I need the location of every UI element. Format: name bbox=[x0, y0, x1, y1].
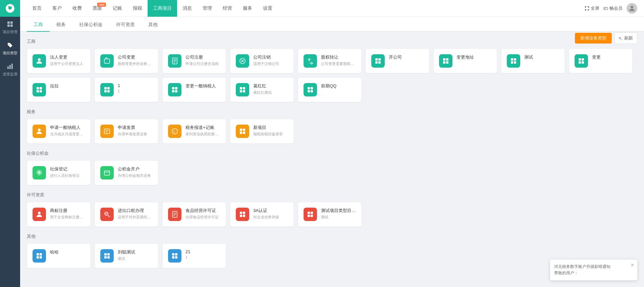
new-type-button[interactable]: 新增业务类型 bbox=[575, 33, 612, 44]
svg-rect-90 bbox=[172, 253, 174, 256]
nav-tax[interactable]: 报税 bbox=[127, 0, 148, 17]
nav-message[interactable]: 消息 bbox=[177, 0, 197, 17]
nav-home[interactable]: 首页 bbox=[27, 0, 47, 17]
card-liu-cong[interactable]: 刘聪测试 测试 bbox=[95, 243, 158, 268]
nav-operations[interactable]: 经营 bbox=[217, 0, 237, 17]
sidebar-item-project-type[interactable]: 项目类型 bbox=[0, 38, 20, 59]
svg-rect-0 bbox=[7, 21, 10, 24]
tab-industry[interactable]: 工商 bbox=[27, 18, 50, 32]
nav-industry[interactable]: 工商项目 bbox=[148, 0, 177, 17]
card-one[interactable]: 1 1 bbox=[95, 77, 158, 102]
new-badge: new bbox=[97, 3, 106, 7]
license-section: 许可资质 商标注册 用于企业商标注册服务 bbox=[27, 192, 637, 227]
svg-point-65 bbox=[38, 171, 40, 173]
card-haha[interactable]: 哈哈 bbox=[27, 243, 91, 268]
svg-rect-25 bbox=[443, 61, 445, 64]
chart-icon bbox=[6, 62, 14, 70]
svg-rect-29 bbox=[511, 61, 513, 64]
card-legal-change[interactable]: 法人变更 适用于公司变更法人 bbox=[27, 49, 91, 73]
main-wrapper: 首页 客户 收费 票据 new 记账 报税 工商项目 消息 管理 经营 服务 设… bbox=[20, 0, 644, 287]
card-apply-invoice[interactable]: 申请发票 办理申请发票业务 bbox=[95, 119, 158, 144]
card-new-project[interactable]: 新项目 报税加税控盘保管 bbox=[230, 119, 294, 144]
card-test-type[interactable]: 测试项目类型目定义 测试 bbox=[298, 202, 362, 227]
card-desc: 对企业信誉评级 bbox=[253, 215, 288, 220]
card-desc: 用于企业商标注册服务 bbox=[50, 215, 85, 220]
card-3a-cert[interactable]: 3A认证 对企业信誉评级 bbox=[230, 202, 294, 227]
svg-point-69 bbox=[105, 212, 108, 215]
sidebar-item-progress[interactable]: 进度监测 bbox=[0, 59, 20, 80]
card-company-reg[interactable]: 公司注册 申请公司注册全流程 bbox=[162, 49, 226, 73]
license-section-title: 许可资质 bbox=[27, 192, 637, 198]
tab-license[interactable]: 许可资质 bbox=[109, 18, 142, 32]
card-title: 公司注册 bbox=[185, 54, 220, 60]
card-icon bbox=[304, 83, 317, 96]
card-fund-account[interactable]: 公积金开户 办理公积金相关业务 bbox=[95, 160, 158, 185]
card-icon bbox=[33, 249, 46, 263]
nav-settings[interactable]: 设置 bbox=[258, 0, 278, 17]
nav-service[interactable]: 服务 bbox=[237, 0, 258, 17]
card-change2[interactable]: 变更 bbox=[569, 49, 633, 73]
other-section: 其他 哈哈 bbox=[27, 233, 637, 268]
refresh-button[interactable]: 刷新 bbox=[614, 32, 637, 44]
card-icon: ¥ bbox=[168, 125, 181, 138]
user-avatar[interactable] bbox=[627, 3, 637, 14]
svg-rect-33 bbox=[579, 61, 581, 64]
card-title: 3A认证 bbox=[253, 208, 288, 214]
svg-rect-32 bbox=[582, 58, 584, 61]
card-social-reg[interactable]: 社保登记 进行人员社保登记 bbox=[27, 160, 91, 185]
svg-rect-42 bbox=[107, 90, 110, 92]
svg-rect-63 bbox=[240, 132, 242, 134]
card-pre-qq[interactable]: 前期QQ bbox=[298, 77, 362, 102]
card-ge-hong-hong[interactable]: 葛红红 葛红红测试 bbox=[230, 77, 294, 102]
card-icon bbox=[100, 249, 114, 263]
svg-rect-66 bbox=[104, 171, 110, 175]
card-tax-report-accounting[interactable]: ¥ 税务报道+记账 拿到营业执照的新公司 bbox=[162, 119, 226, 144]
svg-rect-8 bbox=[604, 8, 606, 9]
card-apply-general-tax[interactable]: 申请一般纳税人 当月或次月成变更完成 bbox=[27, 119, 91, 144]
member-button[interactable]: 畅会员 bbox=[603, 5, 623, 11]
card-change-tax[interactable]: 变更一般纳税人 bbox=[162, 77, 226, 102]
tab-social[interactable]: 社保公积金 bbox=[72, 18, 109, 32]
card-equity-transfer[interactable]: 股权转让 公司变更需要股权转让 bbox=[298, 49, 362, 73]
social-section: 社保公积金 社保登记 进行人员社保登记 bbox=[27, 150, 637, 185]
svg-rect-40 bbox=[107, 87, 110, 89]
svg-rect-47 bbox=[240, 87, 242, 89]
card-trademark[interactable]: 商标注册 用于企业商标注册服务 bbox=[27, 202, 91, 227]
card-change-address[interactable]: 变更地址 bbox=[433, 49, 497, 73]
svg-rect-45 bbox=[172, 90, 174, 92]
sidebar-item-project-mgmt[interactable]: 项目管理 bbox=[0, 17, 20, 38]
card-icon bbox=[100, 166, 114, 180]
notification-close-button[interactable]: × bbox=[631, 262, 634, 268]
nav-ticket[interactable]: 票据 new bbox=[87, 0, 107, 17]
card-icon bbox=[100, 54, 114, 68]
card-import-export[interactable]: 进出口权办理 适用于对外贸易经营者 bbox=[95, 202, 158, 227]
svg-rect-82 bbox=[37, 253, 39, 256]
svg-rect-62 bbox=[243, 129, 245, 131]
card-lala[interactable]: 拉拉 bbox=[27, 77, 91, 102]
nav-payment[interactable]: 收费 bbox=[67, 0, 87, 17]
svg-rect-3 bbox=[10, 24, 13, 27]
nav-manage[interactable]: 管理 bbox=[197, 0, 217, 17]
svg-rect-52 bbox=[311, 87, 313, 89]
card-title: 变更一般纳税人 bbox=[185, 83, 220, 89]
tab-tax[interactable]: 税务 bbox=[50, 18, 72, 32]
card-food-license[interactable]: 食品经营许可证 办理食品经营许可证 bbox=[162, 202, 226, 227]
svg-point-10 bbox=[38, 58, 41, 61]
nav-customer[interactable]: 客户 bbox=[47, 0, 67, 17]
content-area: 工商 税务 社保公积金 许可资质 其他 新增业务类型 刷新 bbox=[20, 17, 644, 287]
svg-rect-93 bbox=[175, 256, 177, 259]
card-title: 测试项目类型目定义 bbox=[321, 208, 356, 214]
topnav: 首页 客户 收费 票据 new 记账 报税 工商项目 消息 管理 经营 服务 设… bbox=[20, 0, 644, 17]
fullscreen-button[interactable]: 全屏 bbox=[585, 5, 599, 11]
card-open-company[interactable]: 开公司 bbox=[366, 49, 429, 73]
card-icon bbox=[236, 54, 249, 68]
sidebar-logo[interactable] bbox=[0, 0, 20, 17]
card-test[interactable]: 测试 bbox=[501, 49, 565, 73]
svg-rect-6 bbox=[11, 64, 13, 69]
card-company-cancel[interactable]: 公司注销 适用于注销公司 bbox=[230, 49, 294, 73]
card-company-change[interactable]: 公司变更 股权变更外的业务变更 bbox=[95, 49, 158, 73]
card-title: 公积金开户 bbox=[118, 166, 153, 172]
tab-other[interactable]: 其他 bbox=[142, 18, 164, 32]
nav-accounting[interactable]: 记账 bbox=[107, 0, 127, 17]
card-twenty-one[interactable]: 21 1 bbox=[162, 243, 226, 268]
